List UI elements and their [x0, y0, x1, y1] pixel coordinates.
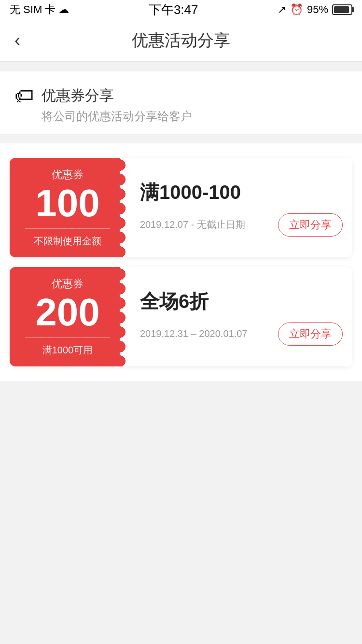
coupon-name-2: 全场6折 — [140, 288, 343, 315]
status-left: 无 SIM 卡 ☁ — [10, 2, 69, 17]
coupon-divider-2 — [25, 337, 110, 338]
status-right: ↗ ⏰ 95% — [278, 3, 352, 16]
nav-bar: ‹ 优惠活动分享 — [0, 19, 362, 62]
coupon-list: 优惠券 100 不限制使用金额 满1000-100 2019.12.07 - 无… — [0, 143, 362, 381]
coupon-share-btn-1[interactable]: 立即分享 — [278, 213, 343, 237]
coupon-right-2: 全场6折 2019.12.31 – 2020.01.07 立即分享 — [125, 267, 352, 366]
coupon-amount-1: 100 — [35, 184, 99, 223]
coupon-item-2: 优惠券 200 满1000可用 全场6折 2019.12.31 – 2020.0… — [10, 267, 352, 366]
coupon-divider-1 — [25, 228, 110, 229]
coupon-condition-1: 不限制使用金额 — [32, 235, 103, 248]
status-bar: 无 SIM 卡 ☁ 下午3:47 ↗ ⏰ 95% — [0, 0, 362, 19]
coupon-right-1: 满1000-100 2019.12.07 - 无截止日期 立即分享 — [125, 158, 352, 257]
section-title: 优惠券分享 — [42, 86, 192, 106]
coupon-meta-2: 2019.12.31 – 2020.01.07 立即分享 — [140, 322, 343, 346]
coupon-left-1: 优惠券 100 不限制使用金额 — [10, 158, 125, 257]
coupon-label-2: 优惠券 — [52, 277, 84, 291]
bottom-area — [0, 381, 362, 644]
coupon-share-icon: 🏷 — [14, 86, 34, 105]
section-subtitle: 将公司的优惠活动分享给客户 — [42, 109, 192, 124]
section-header: 🏷 优惠券分享 将公司的优惠活动分享给客户 — [0, 71, 362, 134]
coupon-meta-1: 2019.12.07 - 无截止日期 立即分享 — [140, 213, 343, 237]
coupon-date-2: 2019.12.31 – 2020.01.07 — [140, 328, 247, 339]
page-title: 优惠活动分享 — [132, 29, 230, 52]
coupon-name-1: 满1000-100 — [140, 179, 343, 206]
coupon-condition-2: 满1000可用 — [41, 344, 95, 357]
battery-label: 95% — [307, 3, 328, 16]
no-sim-label: 无 SIM 卡 ☁ — [10, 2, 69, 17]
battery-icon — [332, 4, 352, 15]
location-icon: ↗ — [278, 3, 286, 16]
coupon-left-2: 优惠券 200 满1000可用 — [10, 267, 125, 366]
coupon-amount-2: 200 — [35, 293, 99, 332]
coupon-item-1: 优惠券 100 不限制使用金额 满1000-100 2019.12.07 - 无… — [10, 158, 352, 257]
coupon-date-1: 2019.12.07 - 无截止日期 — [140, 218, 245, 231]
coupon-label-1: 优惠券 — [52, 168, 84, 182]
coupon-share-btn-2[interactable]: 立即分享 — [278, 322, 343, 346]
back-button[interactable]: ‹ — [14, 30, 20, 51]
section-text: 优惠券分享 将公司的优惠活动分享给客户 — [42, 86, 192, 124]
status-time: 下午3:47 — [149, 1, 198, 18]
alarm-icon: ⏰ — [290, 3, 303, 16]
